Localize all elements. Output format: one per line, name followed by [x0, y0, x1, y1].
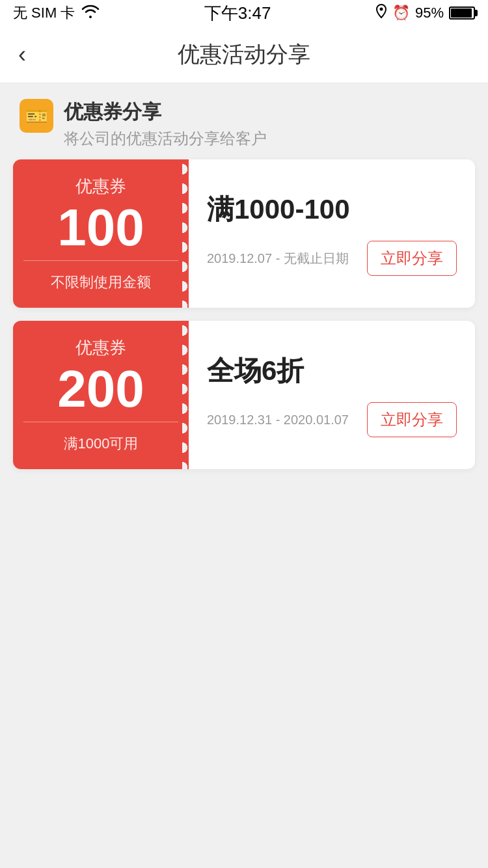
share-button-0[interactable]: 立即分享: [367, 241, 457, 276]
coupon-condition-0: 不限制使用金额: [51, 273, 151, 292]
coupon-divider-0: [23, 260, 178, 261]
coupon-divider-1: [23, 422, 178, 422]
nav-bar: ‹ 优惠活动分享: [0, 26, 488, 83]
coupon-info-row-0: 2019.12.07 - 无截止日期 立即分享: [207, 241, 457, 276]
coupon-left-0: 优惠券 100 不限制使用金额: [13, 159, 189, 308]
section-icon: 🎫: [20, 99, 53, 133]
coupon-date-0: 2019.12.07 - 无截止日期: [207, 250, 360, 267]
coupon-list: 优惠券 100 不限制使用金额 满1000-100 2019.12.07 - 无…: [0, 159, 488, 469]
share-button-1[interactable]: 立即分享: [367, 402, 457, 437]
status-right: ⏰ 95%: [375, 4, 475, 22]
coupon-value-0: 100: [57, 202, 144, 254]
coupon-emoji-icon: 🎫: [25, 105, 48, 127]
section-header: 🎫 优惠券分享 将公司的优惠活动分享给客户: [0, 83, 488, 159]
battery-icon: [449, 7, 475, 20]
coupon-label-0: 优惠券: [75, 175, 126, 198]
alarm-icon: ⏰: [392, 5, 410, 21]
coupon-left-1: 优惠券 200 满1000可用: [13, 321, 189, 469]
coupon-name-0: 满1000-100: [207, 191, 457, 228]
coupon-right-1: 全场6折 2019.12.31 - 2020.01.07 立即分享: [189, 321, 475, 469]
section-title: 优惠券分享: [64, 99, 267, 126]
back-button[interactable]: ‹: [18, 43, 26, 66]
coupon-date-1: 2019.12.31 - 2020.01.07: [207, 413, 360, 427]
status-left: 无 SIM 卡: [13, 3, 100, 23]
coupon-card: 优惠券 100 不限制使用金额 满1000-100 2019.12.07 - 无…: [13, 159, 475, 308]
coupon-info-row-1: 2019.12.31 - 2020.01.07 立即分享: [207, 402, 457, 437]
page-title: 优惠活动分享: [178, 40, 310, 70]
coupon-label-1: 优惠券: [75, 336, 126, 359]
coupon-right-0: 满1000-100 2019.12.07 - 无截止日期 立即分享: [189, 159, 475, 308]
coupon-condition-1: 满1000可用: [64, 434, 139, 454]
location-icon: [375, 4, 387, 22]
empty-area: [0, 482, 488, 868]
coupon-name-1: 全场6折: [207, 353, 457, 389]
section-text: 优惠券分享 将公司的优惠活动分享给客户: [64, 99, 267, 149]
wifi-icon: [81, 4, 100, 22]
sim-label: 无 SIM 卡: [13, 3, 75, 23]
coupon-value-1: 200: [57, 363, 144, 415]
svg-point-0: [379, 8, 383, 11]
section-subtitle: 将公司的优惠活动分享给客户: [64, 128, 267, 149]
coupon-card: 优惠券 200 满1000可用 全场6折 2019.12.31 - 2020.0…: [13, 321, 475, 469]
battery-percent: 95%: [415, 5, 444, 21]
status-time: 下午3:47: [204, 2, 271, 25]
status-bar: 无 SIM 卡 下午3:47 ⏰ 95%: [0, 0, 488, 26]
